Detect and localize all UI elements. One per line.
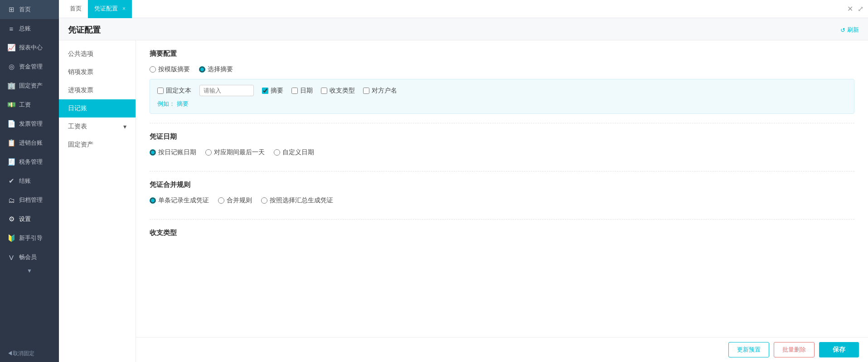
radio-template-abstract[interactable]: 按模版摘要: [150, 65, 190, 73]
checkbox-items: 固定文本 摘要 日期: [157, 85, 847, 96]
close-accounts-icon: ✔: [7, 177, 15, 185]
main-area: 首页 凭证配置 × ✕ ⤢ 凭证配置 ↺ 刷新 公共选项: [59, 0, 868, 362]
sidebar-item-guide[interactable]: 🔰 新手引导: [0, 229, 59, 248]
sidebar-unpin-button[interactable]: ◀取消固定: [0, 345, 59, 362]
chevron-down-icon: ▾: [123, 123, 126, 130]
assets-icon: 🏢: [7, 82, 15, 90]
section-merge-rules: 凭证合并规则 单条记录生成凭证 合并规则: [150, 181, 854, 220]
sidebar-item-sales-ledger[interactable]: 📋 进销台账: [0, 133, 59, 152]
tab-close-icon[interactable]: ×: [122, 5, 126, 12]
home-icon: ⊞: [7, 5, 15, 14]
left-nav-item-payroll[interactable]: 工资表 ▾: [59, 117, 136, 136]
salary-icon: 💵: [7, 101, 15, 109]
inner-layout: 公共选项 销项发票 进项发票 日记账 工资表 ▾ 固定资产: [59, 40, 868, 362]
radio-group-merge-rules: 单条记录生成凭证 合并规则 按照选择汇总生成凭证: [150, 196, 854, 205]
radio-custom-date-input[interactable]: [274, 149, 280, 156]
invoice-icon: 📄: [7, 120, 15, 128]
checkbox-fixed-text[interactable]: 固定文本: [157, 87, 191, 95]
refresh-icon: ↺: [840, 27, 845, 34]
save-button[interactable]: 保存: [819, 342, 859, 357]
sidebar-item-assets[interactable]: 🏢 固定资产: [0, 76, 59, 95]
section-title-abstract: 摘要配置: [150, 49, 854, 58]
section-abstract: 摘要配置 按模版摘要 选择摘要: [150, 49, 854, 123]
left-nav-item-fixed-assets[interactable]: 固定资产: [59, 136, 136, 154]
update-preview-button[interactable]: 更新预置: [728, 342, 769, 357]
radio-group-abstract: 按模版摘要 选择摘要: [150, 65, 854, 73]
sidebar-item-home[interactable]: ⊞ 首页: [0, 0, 59, 19]
section-title-merge-rules: 凭证合并规则: [150, 181, 854, 189]
sidebar-item-salary[interactable]: 💵 工资: [0, 95, 59, 114]
sales-ledger-icon: 📋: [7, 139, 15, 147]
right-panel: 摘要配置 按模版摘要 选择摘要: [136, 40, 868, 362]
radio-custom-date[interactable]: 自定义日期: [274, 148, 314, 157]
checkbox-abstract[interactable]: 摘要: [262, 87, 283, 95]
ledger-icon: ≡: [7, 25, 15, 33]
bottom-bar: 更新预置 批量删除 保存: [136, 337, 868, 362]
radio-last-day-input[interactable]: [205, 149, 212, 156]
checkbox-date[interactable]: 日期: [291, 87, 313, 95]
radio-single-record[interactable]: 单条记录生成凭证: [150, 196, 209, 205]
right-content: 摘要配置 按模版摘要 选择摘要: [136, 40, 868, 337]
checkbox-income-type[interactable]: 收支类型: [321, 87, 355, 95]
radio-select-abstract[interactable]: 选择摘要: [199, 65, 233, 73]
vip-icon: V: [7, 254, 15, 261]
sidebar: ⊞ 首页 ≡ 总账 📈 报表中心 ◎ 资金管理 🏢 固定资产 💵 工资 📄 发票…: [0, 0, 59, 362]
sidebar-item-archive[interactable]: 🗂 归档管理: [0, 191, 59, 210]
window-controls: ✕ ⤢: [847, 5, 863, 13]
radio-single-record-input[interactable]: [150, 197, 156, 204]
example-text: 例如： 摘要: [157, 100, 847, 108]
radio-last-day[interactable]: 对应期间最后一天: [205, 148, 265, 157]
page-wrapper: 凭证配置 ↺ 刷新 公共选项 销项发票 进项发票 日记账: [59, 18, 868, 362]
window-close-button[interactable]: ✕: [847, 5, 853, 13]
radio-journal-date-input[interactable]: [150, 149, 156, 156]
checkbox-fixed-text-input[interactable]: [157, 88, 164, 94]
abstract-checkbox-row: 固定文本 摘要 日期: [150, 79, 854, 114]
guide-icon: 🔰: [7, 234, 15, 242]
checkbox-abstract-input[interactable]: [262, 88, 268, 94]
sidebar-item-funds[interactable]: ◎ 资金管理: [0, 57, 59, 76]
sidebar-item-invoice[interactable]: 📄 发票管理: [0, 114, 59, 133]
section-title-voucher-date: 凭证日期: [150, 132, 854, 141]
radio-by-journal-date[interactable]: 按日记账日期: [150, 148, 196, 157]
page-header: 凭证配置 ↺ 刷新: [59, 18, 868, 40]
radio-merge-rules[interactable]: 合并规则: [218, 196, 252, 205]
funds-icon: ◎: [7, 63, 15, 71]
sidebar-item-close[interactable]: ✔ 结账: [0, 171, 59, 191]
tab-home[interactable]: 首页: [63, 0, 88, 18]
checkbox-counterpart-input[interactable]: [363, 88, 369, 94]
tab-voucher-config[interactable]: 凭证配置 ×: [88, 0, 132, 18]
settings-icon: ⚙: [7, 215, 15, 223]
checkbox-counterpart[interactable]: 对方户名: [363, 87, 397, 95]
left-nav: 公共选项 销项发票 进项发票 日记账 工资表 ▾ 固定资产: [59, 40, 136, 362]
window-expand-button[interactable]: ⤢: [858, 5, 863, 13]
section-title-income-type: 收支类型: [150, 229, 854, 237]
radio-merge-rules-input[interactable]: [218, 197, 224, 204]
refresh-button[interactable]: ↺ 刷新: [840, 26, 859, 34]
checkbox-income-type-input[interactable]: [321, 88, 327, 94]
archive-icon: 🗂: [7, 196, 15, 204]
sidebar-item-vip[interactable]: V 畅会员: [0, 248, 59, 267]
section-income-type: 收支类型: [150, 229, 854, 254]
radio-template-abstract-input[interactable]: [150, 66, 156, 73]
radio-group-voucher-date: 按日记账日期 对应期间最后一天 自定义日期: [150, 148, 854, 157]
left-nav-item-sales-invoice[interactable]: 销项发票: [59, 63, 136, 81]
checkbox-date-input[interactable]: [291, 88, 298, 94]
sidebar-scroll-down[interactable]: ▼: [0, 267, 59, 275]
reports-icon: 📈: [7, 44, 15, 52]
radio-summary-voucher[interactable]: 按照选择汇总生成凭证: [261, 196, 333, 205]
tax-icon: 🧾: [7, 158, 15, 166]
page-title: 凭证配置: [68, 24, 101, 35]
fixed-text-input[interactable]: [199, 85, 254, 96]
radio-summary-voucher-input[interactable]: [261, 197, 267, 204]
sidebar-item-tax[interactable]: 🧾 税务管理: [0, 152, 59, 171]
sidebar-item-ledger[interactable]: ≡ 总账: [0, 19, 59, 38]
batch-delete-button[interactable]: 批量删除: [774, 342, 815, 357]
sidebar-item-reports[interactable]: 📈 报表中心: [0, 38, 59, 57]
sidebar-item-settings[interactable]: ⚙ 设置: [0, 210, 59, 229]
left-nav-item-journal[interactable]: 日记账: [59, 99, 136, 117]
tab-bar: 首页 凭证配置 × ✕ ⤢: [59, 0, 868, 18]
radio-select-abstract-input[interactable]: [199, 66, 205, 73]
section-voucher-date: 凭证日期 按日记账日期 对应期间最后一天: [150, 132, 854, 171]
left-nav-item-purchase-invoice[interactable]: 进项发票: [59, 81, 136, 99]
left-nav-item-public[interactable]: 公共选项: [59, 45, 136, 63]
